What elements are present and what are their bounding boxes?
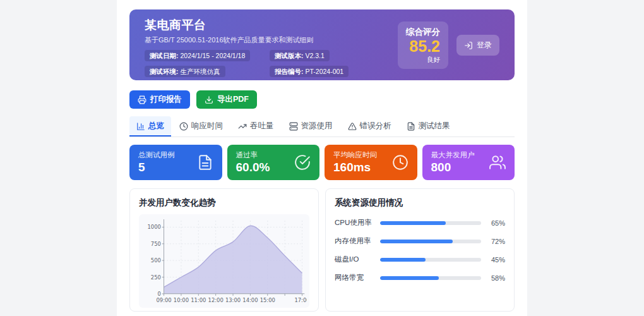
meta-badge-test-version: 测试版本:V2.3.1 bbox=[270, 50, 330, 61]
resource-percent: 65% bbox=[487, 219, 505, 227]
stat-value: 160ms bbox=[333, 160, 377, 174]
tab-label: 总览 bbox=[148, 121, 164, 131]
report-header-actions: 综合评分 85.2 良好 登录 bbox=[398, 18, 499, 73]
clock-icon bbox=[392, 154, 408, 171]
svg-text:250: 250 bbox=[151, 274, 161, 280]
svg-text:15:00: 15:00 bbox=[260, 297, 275, 303]
resource-label: 网络带宽 bbox=[335, 273, 378, 283]
resource-label: 磁盘I/O bbox=[335, 255, 378, 264]
meta-badge-test-env: 测试环境:生产环境仿真 bbox=[145, 66, 225, 77]
print-report-button[interactable]: 打印报告 bbox=[129, 90, 190, 109]
meta-label: 测试环境: bbox=[150, 68, 179, 75]
page-background: 某电商平台 基于GB/T 25000.51-2016软件产品质量要求和测试细则 … bbox=[0, 0, 644, 316]
tab-response-time[interactable]: 响应时间 bbox=[172, 116, 230, 137]
resource-panel-title: 系统资源使用情况 bbox=[335, 197, 505, 209]
tab-label: 吞吐量 bbox=[250, 121, 274, 131]
progress-track bbox=[380, 276, 481, 280]
svg-text:10:00: 10:00 bbox=[174, 297, 189, 303]
resource-row-memory: 内存使用率 72% bbox=[335, 236, 505, 246]
stat-card-pass-rate: 通过率 60.0% bbox=[227, 145, 320, 180]
file-text-icon bbox=[197, 154, 213, 171]
download-icon bbox=[205, 95, 213, 104]
svg-text:0: 0 bbox=[158, 291, 161, 297]
stat-text: 总测试用例 5 bbox=[138, 150, 175, 174]
resource-row-cpu: CPU使用率 65% bbox=[335, 218, 505, 228]
server-icon bbox=[289, 122, 298, 131]
concurrency-chart-panel: 并发用户数变化趋势 0250500750100009:0010:0011:001… bbox=[129, 188, 319, 312]
svg-text:12:00: 12:00 bbox=[208, 297, 224, 303]
users-icon bbox=[489, 154, 506, 171]
svg-text:17:00: 17:00 bbox=[294, 297, 307, 303]
stat-text: 平均响应时间 160ms bbox=[333, 150, 377, 174]
bottom-panels: 并发用户数变化趋势 0250500750100009:0010:0011:001… bbox=[129, 188, 515, 312]
tab-label: 测试结果 bbox=[419, 121, 450, 131]
stat-text: 最大并发用户 800 bbox=[431, 150, 475, 174]
progress-fill bbox=[380, 258, 426, 262]
toolbar: 打印报告 导出PDF bbox=[129, 90, 515, 109]
svg-text:1000: 1000 bbox=[147, 224, 160, 230]
progress-fill bbox=[380, 221, 446, 225]
tab-label: 错误分析 bbox=[360, 121, 391, 131]
svg-text:09:00: 09:00 bbox=[156, 297, 171, 303]
clock-icon bbox=[179, 122, 188, 131]
resource-percent: 72% bbox=[487, 238, 505, 245]
tab-overview[interactable]: 总览 bbox=[129, 116, 171, 137]
stat-card-avg-response-time: 平均响应时间 160ms bbox=[325, 145, 417, 180]
export-pdf-button[interactable]: 导出PDF bbox=[196, 90, 257, 109]
login-button[interactable]: 登录 bbox=[456, 35, 499, 56]
tab-label: 资源使用 bbox=[301, 121, 333, 131]
stat-value: 800 bbox=[431, 160, 475, 174]
stat-cards: 总测试用例 5 通过率 60.0% 平均响应时间 160ms bbox=[129, 145, 515, 180]
print-report-label: 打印报告 bbox=[150, 94, 182, 105]
svg-text:11:00: 11:00 bbox=[191, 297, 206, 303]
svg-text:750: 750 bbox=[151, 241, 161, 247]
overall-score-box: 综合评分 85.2 良好 bbox=[398, 21, 448, 69]
report-content: 某电商平台 基于GB/T 25000.51-2016软件产品质量要求和测试细则 … bbox=[117, 0, 527, 316]
trending-up-icon bbox=[238, 122, 247, 131]
score-label: 综合评分 bbox=[406, 27, 440, 37]
tab-error-analysis[interactable]: 错误分析 bbox=[341, 116, 398, 137]
meta-label: 测试版本: bbox=[275, 52, 304, 59]
progress-track bbox=[380, 221, 481, 225]
progress-track bbox=[380, 258, 481, 262]
tab-test-results[interactable]: 测试结果 bbox=[400, 116, 457, 137]
resource-usage-panel: 系统资源使用情况 CPU使用率 65% 内存使用率 72% 磁盘I/O bbox=[325, 188, 515, 312]
tab-resource-usage[interactable]: 资源使用 bbox=[282, 116, 340, 137]
login-label: 登录 bbox=[477, 40, 492, 51]
progress-track bbox=[380, 240, 481, 243]
resource-label: CPU使用率 bbox=[335, 218, 378, 228]
meta-badge-report-no: 报告编号:PT-2024-001 bbox=[270, 66, 349, 77]
stat-card-max-concurrent-users: 最大并发用户 800 bbox=[422, 145, 515, 180]
resource-rows: CPU使用率 65% 内存使用率 72% 磁盘I/O 45% bbox=[335, 218, 505, 283]
stat-label: 通过率 bbox=[236, 150, 270, 160]
resource-row-network: 网络带宽 58% bbox=[335, 273, 505, 283]
stat-text: 通过率 60.0% bbox=[236, 150, 270, 174]
stat-value: 5 bbox=[138, 160, 175, 174]
tab-throughput[interactable]: 吞吐量 bbox=[231, 116, 281, 137]
meta-label: 报告编号: bbox=[275, 68, 304, 75]
resource-row-disk-io: 磁盘I/O 45% bbox=[335, 255, 505, 264]
stat-value: 60.0% bbox=[236, 160, 270, 174]
score-value: 85.2 bbox=[406, 37, 440, 56]
printer-icon bbox=[138, 95, 146, 104]
svg-text:500: 500 bbox=[151, 257, 161, 264]
file-text-icon bbox=[407, 122, 415, 131]
concurrency-area-chart: 0250500750100009:0010:0011:0012:0013:001… bbox=[139, 214, 309, 308]
login-icon bbox=[464, 41, 473, 50]
meta-badge-test-date: 测试日期:2024/1/15 - 2024/1/18 bbox=[145, 50, 250, 61]
stat-card-total-cases: 总测试用例 5 bbox=[129, 145, 222, 180]
progress-fill bbox=[380, 276, 439, 280]
export-pdf-label: 导出PDF bbox=[217, 94, 249, 105]
meta-label: 测试日期: bbox=[150, 52, 179, 59]
stat-label: 总测试用例 bbox=[138, 150, 175, 160]
meta-value: PT-2024-001 bbox=[306, 68, 344, 75]
report-tabs: 总览 响应时间 吞吐量 资源使用 错误分析 测试结果 bbox=[129, 116, 515, 137]
svg-text:14:00: 14:00 bbox=[242, 297, 258, 303]
progress-fill bbox=[380, 240, 453, 243]
report-header-info: 某电商平台 基于GB/T 25000.51-2016软件产品质量要求和测试细则 … bbox=[145, 18, 349, 73]
page-title: 某电商平台 bbox=[145, 18, 349, 33]
check-circle-icon bbox=[294, 154, 311, 171]
report-meta: 测试日期:2024/1/15 - 2024/1/18 测试版本:V2.3.1 测… bbox=[145, 50, 349, 77]
svg-text:13:00: 13:00 bbox=[225, 297, 241, 303]
chart-panel-title: 并发用户数变化趋势 bbox=[139, 197, 309, 209]
